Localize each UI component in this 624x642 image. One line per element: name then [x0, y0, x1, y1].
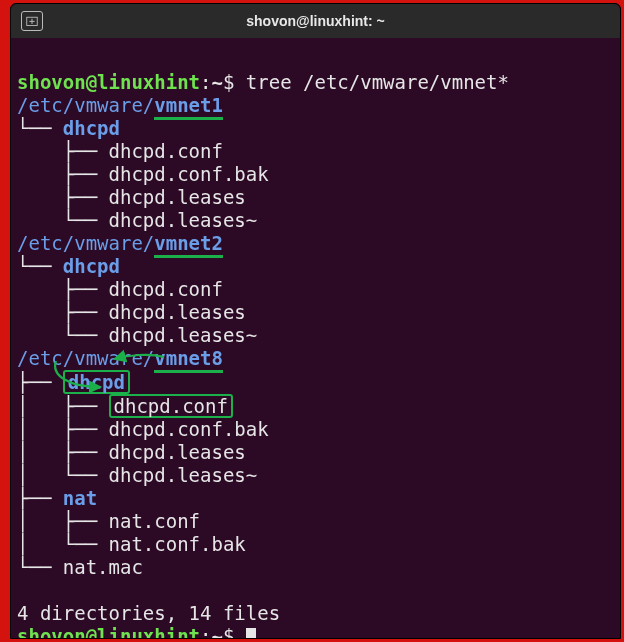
tree-row: │ └── nat.conf.bak [17, 533, 246, 555]
titlebar: shovon@linuxhint: ~ [11, 4, 620, 38]
vmnet8-label: vmnet8 [154, 347, 223, 373]
prompt-user: shovon@linuxhint [17, 71, 200, 93]
tree-row: ├── dhcpd.conf [17, 140, 223, 162]
new-tab-icon [26, 15, 38, 27]
tree-row: │ └── dhcpd.leases~ [17, 464, 257, 486]
tree-row: │ ├── dhcpd.conf.bak [17, 418, 269, 440]
tree-row: └── dhcpd.leases~ [17, 209, 257, 231]
tree-row: └── dhcpd [17, 117, 120, 139]
tree-row: ├── dhcpd [17, 371, 130, 393]
tree-row: └── nat.mac [17, 556, 143, 578]
prompt-line-2: shovon@linuxhint:~$ [17, 625, 256, 639]
tree-row: ├── dhcpd.leases [17, 186, 246, 208]
summary-line: 4 directories, 14 files [17, 602, 280, 624]
tree-row: │ ├── nat.conf [17, 510, 200, 532]
window-title: shovon@linuxhint: ~ [11, 10, 620, 33]
vmnet2-label: vmnet2 [154, 232, 223, 258]
command: tree /etc/vmware/vmnet* [246, 71, 509, 93]
cursor [246, 628, 256, 639]
tree-row: ├── dhcpd.leases [17, 301, 246, 323]
prompt-path: ~ [211, 71, 222, 93]
prompt-line-1: shovon@linuxhint:~$ tree /etc/vmware/vmn… [17, 71, 509, 93]
tree-row: ├── nat [17, 487, 97, 509]
dhcpd-highlight: dhcpd [63, 370, 130, 394]
terminal-window: shovon@linuxhint: ~ shovon@linuxhint:~$ … [10, 3, 621, 639]
tree-row: │ ├── dhcpd.conf [17, 395, 233, 417]
vmnet1-label: vmnet1 [154, 94, 223, 120]
tree-row: └── dhcpd.leases~ [17, 324, 257, 346]
tree-row: └── dhcpd [17, 255, 120, 277]
tree-row: ├── dhcpd.conf [17, 278, 223, 300]
dhcpd-conf-highlight: dhcpd.conf [109, 394, 233, 418]
tree-row: ├── dhcpd.conf.bak [17, 163, 269, 185]
tree-row: │ ├── dhcpd.leases [17, 441, 246, 463]
new-tab-button[interactable] [21, 11, 43, 31]
terminal-body[interactable]: shovon@linuxhint:~$ tree /etc/vmware/vmn… [11, 38, 620, 639]
